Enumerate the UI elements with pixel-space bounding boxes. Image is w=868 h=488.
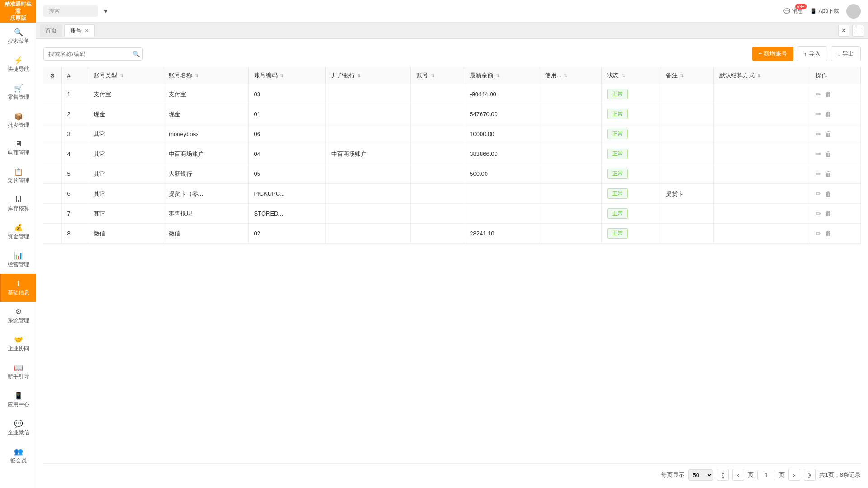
col-actions: 操作 <box>810 67 861 84</box>
delete-icon[interactable]: 🗑 <box>825 170 832 178</box>
header-right: 💬 消息 99+ 📱 App下载 <box>783 4 861 19</box>
delete-icon[interactable]: 🗑 <box>825 210 832 217</box>
edit-icon[interactable]: ✏ <box>816 90 821 99</box>
cell-usage <box>539 184 602 204</box>
cell-balance: 28241.10 <box>464 224 539 244</box>
purchase-icon: 📋 <box>3 168 34 176</box>
sidebar-item-capital[interactable]: 💰资金管理 <box>0 218 36 246</box>
cell-index: 4 <box>61 144 88 164</box>
delete-icon[interactable]: 🗑 <box>825 230 832 237</box>
sidebar-item-wholesale[interactable]: 📦批发管理 <box>0 107 36 135</box>
cell-type: 微信 <box>88 224 163 244</box>
edit-icon[interactable]: ✏ <box>816 110 821 118</box>
cell-status: 正常 <box>602 84 660 104</box>
status-badge: 正常 <box>607 208 628 219</box>
cell-code: 01 <box>248 104 326 124</box>
delete-icon[interactable]: 🗑 <box>825 190 832 197</box>
fullscreen-button[interactable]: ⛶ <box>852 25 864 37</box>
cell-type: 现金 <box>88 104 163 124</box>
cell-actions: ✏ 🗑 <box>810 104 861 124</box>
search-wrap: 🔍 <box>43 47 143 61</box>
sidebar-item-quick-nav[interactable]: ⚡快捷导航 <box>0 51 36 79</box>
search-input[interactable] <box>44 48 129 60</box>
page-label: 页 <box>748 471 754 479</box>
cell-default-payment <box>714 164 810 184</box>
tab-close-account[interactable]: ✕ <box>85 28 89 34</box>
col-type[interactable]: 账号类型 ⇅ <box>88 67 163 84</box>
message-button[interactable]: 💬 消息 99+ <box>783 7 803 15</box>
table-row: 4 其它 中百商场账户 04 中百商场账户 383866.00 正常 ✏ 🗑 <box>43 144 861 164</box>
cell-code: 02 <box>248 224 326 244</box>
delete-icon[interactable]: 🗑 <box>825 110 832 118</box>
sidebar-item-retail[interactable]: 🛒零售管理 <box>0 79 36 107</box>
message-badge: 99+ <box>795 4 807 9</box>
sidebar-item-members[interactable]: 👥畅会员 <box>0 442 36 470</box>
close-tab-button[interactable]: ✕ <box>838 25 849 37</box>
cell-balance: -90444.00 <box>464 84 539 104</box>
sidebar-item-agreement[interactable]: 🤝企业协同 <box>0 330 36 358</box>
import-button[interactable]: ↑ 导入 <box>797 46 827 61</box>
app-center-icon: 📱 <box>3 391 34 400</box>
col-usage[interactable]: 使用... ⇅ <box>539 67 602 84</box>
col-bank[interactable]: 开户银行 ⇅ <box>326 67 410 84</box>
edit-icon[interactable]: ✏ <box>816 210 821 218</box>
col-name[interactable]: 账号名称 ⇅ <box>163 67 248 84</box>
cell-actions: ✏ 🗑 <box>810 224 861 244</box>
delete-icon[interactable]: 🗑 <box>825 130 832 138</box>
col-code[interactable]: 账号编码 ⇅ <box>248 67 326 84</box>
sidebar-label-retail: 零售管理 <box>8 94 29 100</box>
col-account[interactable]: 账号 ⇅ <box>411 67 464 84</box>
search-button[interactable]: 🔍 <box>129 48 143 60</box>
col-balance[interactable]: 最新余额 ⇅ <box>464 67 539 84</box>
cell-actions: ✏ 🗑 <box>810 164 861 184</box>
sidebar-item-system[interactable]: ⚙系统管理 <box>0 302 36 330</box>
next-page-button[interactable]: › <box>788 469 800 481</box>
page-input[interactable] <box>757 470 775 480</box>
tab-account[interactable]: 账号✕ <box>64 24 95 37</box>
sidebar-item-purchase[interactable]: 📋采购管理 <box>0 162 36 190</box>
add-account-button[interactable]: + 新增账号 <box>752 47 793 61</box>
sidebar-item-search-menu[interactable]: 🔍搜索菜单 <box>0 23 36 51</box>
cell-settings <box>43 124 61 144</box>
delete-icon[interactable]: 🗑 <box>825 90 832 98</box>
sidebar-item-basic-info[interactable]: ℹ基础信息 <box>0 274 36 302</box>
sidebar-item-app-center[interactable]: 📱应用中心 <box>0 386 36 414</box>
sidebar-item-inventory[interactable]: 🗄库存核算 <box>0 190 36 218</box>
prev-page-button[interactable]: ‹ <box>732 469 744 481</box>
sidebar-label-agreement: 企业协同 <box>8 345 29 352</box>
col-settings[interactable]: ⚙ <box>43 67 61 84</box>
edit-icon[interactable]: ✏ <box>816 170 821 178</box>
edit-icon[interactable]: ✏ <box>816 230 821 238</box>
sidebar-item-operation[interactable]: 📊经营管理 <box>0 246 36 274</box>
cell-name: 微信 <box>163 224 248 244</box>
first-page-button[interactable]: ⟪ <box>717 469 729 481</box>
cell-code: STORED... <box>248 204 326 224</box>
edit-icon[interactable]: ✏ <box>816 150 821 158</box>
edit-icon[interactable]: ✏ <box>816 190 821 198</box>
pagination: 每页显示 50 100 200 ⟪ ‹ 页 页 › ⟫ 共1页，8条记录 <box>43 463 861 481</box>
cell-remark <box>660 204 713 224</box>
sidebar-label-enterprise-wechat: 企业微信 <box>8 429 29 436</box>
tab-controls: ✕ ⛶ <box>838 25 864 37</box>
header-dropdown[interactable]: ▼ <box>103 8 108 14</box>
avatar[interactable] <box>846 4 861 19</box>
app-download-button[interactable]: 📱 App下载 <box>810 7 839 15</box>
table-row: 1 支付宝 支付宝 03 -90444.00 正常 ✏ 🗑 <box>43 84 861 104</box>
tab-home[interactable]: 首页 <box>40 24 62 37</box>
edit-icon[interactable]: ✏ <box>816 130 821 138</box>
export-button[interactable]: ↓ 导出 <box>831 46 861 61</box>
sidebar-item-enterprise-wechat[interactable]: 💬企业微信 <box>0 414 36 442</box>
cell-status: 正常 <box>602 144 660 164</box>
col-status[interactable]: 状态 ⇅ <box>602 67 660 84</box>
col-remark[interactable]: 备注 ⇅ <box>660 67 713 84</box>
cell-code: 05 <box>248 164 326 184</box>
top-search[interactable]: 搜索 <box>43 5 98 17</box>
delete-icon[interactable]: 🗑 <box>825 150 832 158</box>
sidebar-item-guide[interactable]: 📖新手引导 <box>0 358 36 386</box>
sidebar-item-ecommerce[interactable]: 🖥电商管理 <box>0 135 36 162</box>
col-default-payment[interactable]: 默认结算方式 ⇅ <box>714 67 810 84</box>
per-page-select[interactable]: 50 100 200 <box>688 469 713 481</box>
last-page-button[interactable]: ⟫ <box>804 469 816 481</box>
message-icon: 💬 <box>783 8 790 14</box>
cell-account <box>411 84 464 104</box>
